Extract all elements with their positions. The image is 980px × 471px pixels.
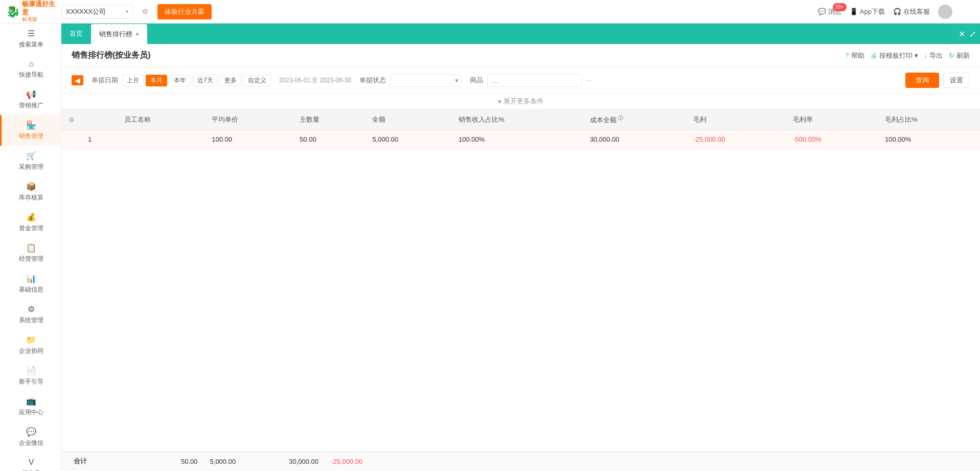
sidebar-item-search[interactable]: ☰ 搜索菜单 — [0, 24, 61, 54]
sidebar-label-search: 搜索菜单 — [19, 40, 43, 49]
status-filter-label: 单据状态 — [359, 76, 386, 85]
row-sales-pct: 100.00% — [452, 130, 584, 149]
company-name: XXXXXX公司 — [66, 7, 124, 16]
sales-icon: 🏪 — [26, 120, 36, 130]
date-filter: 单据日期 上月 本月 本年 近7天 更多 自定义 — [92, 75, 271, 86]
date-range-text: 2023-06-01 至 2023-06-30 — [279, 76, 351, 85]
col-settings[interactable]: ⚙ — [61, 109, 82, 130]
home-icon: ⌂ — [29, 59, 34, 69]
row-quantity: 50.00 — [293, 130, 366, 149]
date-options: 上月 本月 本年 近7天 更多 自定义 — [122, 75, 271, 86]
app-download-label: App下载 — [860, 7, 885, 16]
status-select-wrap — [390, 74, 462, 87]
sidebar-item-system[interactable]: ⚙ 系统管理 — [0, 299, 61, 330]
goods-filter-label: 商品 — [470, 76, 483, 85]
more-button[interactable]: ··· — [586, 77, 591, 84]
sidebar-item-collab[interactable]: 📁 企业协同 — [0, 330, 61, 361]
top-bar: 🐉 畅康通好生意 标准版 XXXXXX公司 ▾ ⚙ 体验行业方案 💬 消息 99… — [0, 0, 980, 24]
tab-home[interactable]: 首页 — [61, 24, 91, 44]
expand-bar: ▾ 展开更多条件 — [61, 94, 980, 109]
col-gross-pct: 毛利占比% — [879, 109, 980, 130]
sidebar: ☰ 搜索菜单 ⌂ 快捷导航 📢 营销推广 🏪 销售管理 🛒 采购管理 📦 库存核… — [0, 24, 61, 471]
export-icon: ↓ — [924, 52, 928, 59]
status-select[interactable] — [390, 74, 462, 87]
headset-icon: 🎧 — [893, 8, 901, 15]
print-button[interactable]: 🖨 按模板打印 ▾ — [871, 51, 918, 60]
sidebar-item-wechat[interactable]: 💬 企业微信 — [0, 422, 61, 453]
company-selector[interactable]: XXXXXX公司 ▾ — [61, 5, 133, 19]
print-label: 按模板打印 — [879, 51, 913, 60]
page-title: 销售排行榜(按业务员) — [72, 50, 151, 67]
refresh-button[interactable]: ↻ 刷新 — [949, 51, 970, 60]
message-icon-btn[interactable]: 💬 消息 99+ — [818, 7, 841, 16]
avatar[interactable] — [938, 5, 952, 19]
home-tab-label: 首页 — [70, 29, 83, 38]
chevron-down-icon: ▾ — [126, 9, 128, 14]
sidebar-item-nav[interactable]: ⌂ 快捷导航 — [0, 54, 61, 84]
date-opt-last-month[interactable]: 上月 — [122, 75, 144, 86]
cost-info-icon[interactable]: ⓘ — [618, 115, 623, 121]
trial-button[interactable]: 体验行业方案 — [157, 4, 212, 19]
gear-icon: ⚙ — [142, 8, 148, 15]
tab-sales-ranking[interactable]: 销售排行榜 × — [91, 24, 147, 44]
date-opt-7days[interactable]: 近7天 — [193, 75, 218, 86]
footer-quantity: 50.00 — [175, 458, 204, 465]
goods-input[interactable] — [487, 74, 582, 87]
collapse-button[interactable]: ◀ — [72, 75, 83, 85]
finance-icon: 💰 — [26, 212, 36, 222]
row-gross: -25,000.00 — [687, 130, 787, 149]
date-opt-this-year[interactable]: 本年 — [169, 75, 191, 86]
settings-icon-btn[interactable]: ⚙ — [137, 4, 153, 20]
sidebar-item-marketing[interactable]: 📢 营销推广 — [0, 84, 61, 115]
search-icon: ☰ — [28, 29, 35, 38]
sidebar-item-inventory[interactable]: 📦 库存核算 — [0, 176, 61, 207]
message-badge: 99+ — [833, 3, 847, 11]
sidebar-label-inventory: 库存核算 — [19, 193, 43, 202]
goods-filter: 商品 ··· — [470, 74, 591, 87]
online-service-btn[interactable]: 🎧 在线客服 — [893, 7, 930, 16]
sidebar-item-guide[interactable]: 📄 新手引导 — [0, 361, 61, 391]
sidebar-label-purchase: 采购管理 — [19, 163, 43, 171]
sidebar-item-purchase[interactable]: 🛒 采购管理 — [0, 146, 61, 176]
app-logo: 🐉 畅康通好生意 标准版 — [6, 0, 57, 23]
export-label: 导出 — [929, 51, 943, 60]
sidebar-item-management[interactable]: 📋 经营管理 — [0, 238, 61, 268]
sidebar-item-sales[interactable]: 🏪 销售管理 — [0, 115, 61, 146]
date-filter-label: 单据日期 — [92, 76, 118, 85]
row-settings — [61, 130, 82, 149]
col-gross-rate: 毛利率 — [787, 109, 879, 130]
help-button[interactable]: ? 帮助 — [845, 51, 864, 60]
col-quantity: 主数量 — [293, 109, 366, 130]
refresh-icon: ↻ — [949, 52, 954, 59]
sidebar-item-member[interactable]: V 畅会员 — [0, 453, 61, 471]
app-name: 畅康通好生意 — [22, 0, 57, 16]
footer-label: 合计 — [67, 457, 93, 466]
maximize-icon[interactable]: ⤢ — [969, 29, 976, 39]
content-area: 首页 销售排行榜 × ✕ ⤢ 销售排行榜(按业务员) ? 帮助 — [61, 24, 980, 471]
date-opt-this-month[interactable]: 本月 — [146, 75, 167, 86]
footer-gross: -25,000.00 — [325, 458, 369, 465]
sidebar-item-appcenter[interactable]: 📺 应用中心 — [0, 391, 61, 422]
date-opt-custom[interactable]: 自定义 — [243, 75, 271, 86]
print-icon: 🖨 — [871, 52, 877, 59]
top-bar-right: 💬 消息 99+ 📱 App下载 🎧 在线客服 — [818, 5, 974, 19]
help-label: 帮助 — [851, 51, 864, 60]
sidebar-item-finance[interactable]: 💰 资金管理 — [0, 207, 61, 238]
tab-close-icon[interactable]: × — [135, 31, 139, 38]
page-container: 销售排行榜(按业务员) ? 帮助 🖨 按模板打印 ▾ ↓ 导出 — [61, 44, 980, 471]
close-window-icon[interactable]: ✕ — [959, 29, 965, 39]
query-button[interactable]: 查询 — [905, 73, 939, 88]
date-opt-more[interactable]: 更多 — [220, 75, 241, 86]
export-button[interactable]: ↓ 导出 — [924, 51, 943, 60]
sidebar-label-marketing: 营销推广 — [19, 101, 43, 110]
basic-icon: 📊 — [26, 274, 36, 283]
guide-icon: 📄 — [26, 366, 36, 375]
sidebar-label-basic: 基础信息 — [19, 285, 43, 294]
settings-small-button[interactable]: 设置 — [943, 73, 970, 88]
page-header-actions: ? 帮助 🖨 按模板打印 ▾ ↓ 导出 ↻ 刷新 — [845, 51, 970, 66]
app-download-btn[interactable]: 📱 App下载 — [850, 7, 885, 16]
sidebar-label-collab: 企业协同 — [19, 347, 43, 355]
expand-button[interactable]: ▾ 展开更多条件 — [498, 97, 543, 106]
sidebar-item-basic[interactable]: 📊 基础信息 — [0, 268, 61, 299]
expand-label: 展开更多条件 — [504, 97, 543, 106]
